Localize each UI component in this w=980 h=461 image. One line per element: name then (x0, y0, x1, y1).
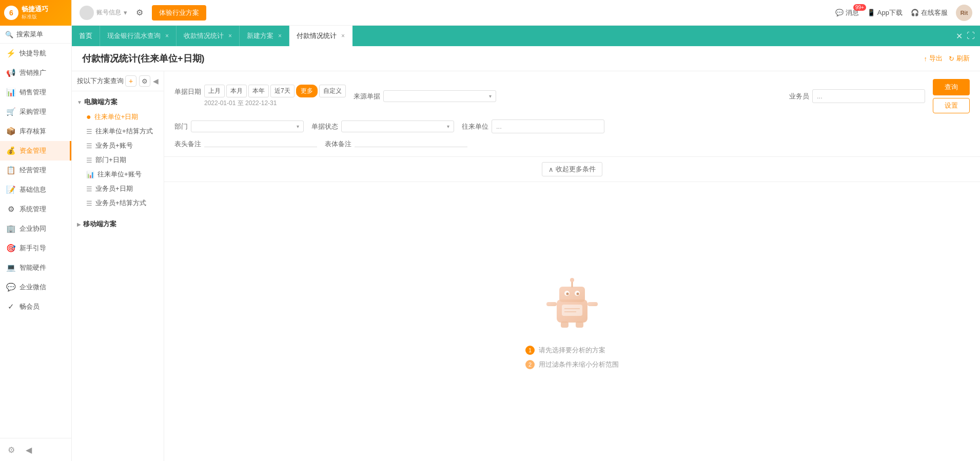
sidebar-item-operations[interactable]: 📋 经营管理 (0, 161, 71, 180)
dept-select[interactable]: ▾ (191, 121, 304, 132)
partner-input[interactable]: ... (492, 119, 604, 133)
date-btn-this-year[interactable]: 本年 (248, 85, 269, 97)
tab-new-scheme-close[interactable]: × (278, 32, 282, 39)
date-controls: 上月 本月 本年 近7天 更多 自定义 2022-01-01 至 2022-12… (204, 85, 346, 108)
source-field: 来源单据 ▾ (354, 90, 781, 102)
tip-2-num: 2 (525, 360, 535, 369)
tab-bank-flow-close[interactable]: × (165, 32, 169, 39)
hardware-icon: 💻 (6, 263, 15, 272)
body-note-input[interactable] (355, 142, 467, 147)
sidebar-item-system[interactable]: ⚙ 系统管理 (0, 199, 71, 219)
quick-nav-icon: ⚡ (6, 49, 15, 58)
tab-payment-stats-close[interactable]: × (341, 32, 345, 39)
tabs-close-btn[interactable]: ✕ (956, 31, 963, 41)
date-btn-last-7days[interactable]: 近7天 (270, 85, 295, 97)
trial-industry-btn[interactable]: 体验行业方案 (152, 5, 206, 21)
basic-icon: 📝 (6, 185, 15, 194)
scheme-item-partner-settle[interactable]: ☰ 往来单位+结算方式 (82, 124, 159, 138)
export-btn[interactable]: ↑ 导出 (924, 54, 943, 63)
tab-home[interactable]: 首页 (72, 26, 100, 46)
sidebar-item-quick-nav[interactable]: ⚡ 快捷导航 (0, 44, 71, 63)
scheme-items-desktop: ● 往来单位+日期 ☰ 往来单位+结算方式 ☰ 业务员+账号 ☰ (77, 110, 159, 210)
collapse-conditions-btn[interactable]: ∧ 收起更多条件 (542, 162, 602, 176)
dept-label: 部门 (174, 122, 188, 131)
topbar-settings-btn[interactable]: ⚙ (132, 6, 147, 20)
scheme-item-staff-settle[interactable]: ☰ 业务员+结算方式 (82, 196, 159, 210)
account-selector[interactable]: 账号信息 ▾ (80, 6, 127, 20)
date-field: 单据日期 上月 本月 本年 近7天 更多 自定义 20 (174, 85, 346, 108)
staff-input[interactable]: ... (812, 89, 925, 103)
sidebar-item-marketing[interactable]: 📢 营销推广 (0, 63, 71, 83)
date-btn-more[interactable]: 更多 (296, 85, 318, 97)
sidebar-item-enterprise[interactable]: 🏢 企业协同 (0, 219, 71, 238)
scheme-settings-btn[interactable]: ⚙ (139, 75, 150, 87)
query-btn[interactable]: 查询 (933, 79, 970, 95)
scheme-panel: 按以下方案查询 + ⚙ ◀ ▼ 电脑端方案 ● (72, 71, 164, 461)
online-service-btn[interactable]: 🎧 在线客服 (911, 8, 948, 17)
refresh-icon: ↻ (949, 55, 954, 63)
refresh-btn[interactable]: ↻ 刷新 (949, 54, 970, 63)
sidebar-header: 6 畅捷通巧 标准版 (0, 0, 71, 26)
sidebar-item-member[interactable]: ✓ 畅会员 (0, 297, 71, 316)
body-note-field: 表体备注 (325, 139, 467, 149)
source-select[interactable]: ▾ (383, 90, 496, 102)
date-btn-custom[interactable]: 自定义 (319, 85, 346, 97)
user-avatar[interactable]: Rit (956, 5, 972, 21)
sidebar-item-basic[interactable]: 📝 基础信息 (0, 180, 71, 199)
sidebar-item-inventory[interactable]: 📦 库存核算 (0, 122, 71, 141)
tabs-fullscreen-btn[interactable]: ⛶ (967, 31, 975, 41)
date-btn-last-month[interactable]: 上月 (204, 85, 225, 97)
doc-status-select[interactable]: ▾ (341, 121, 454, 132)
app-download-btn[interactable]: 📱 App下载 (867, 8, 903, 17)
scheme-item-staff-date[interactable]: ☰ 业务员+日期 (82, 182, 159, 196)
sidebar-item-beginner[interactable]: 🎯 新手引导 (0, 238, 71, 258)
scheme-collapse-btn[interactable]: ◀ (153, 77, 159, 85)
date-btn-this-month[interactable]: 本月 (226, 85, 247, 97)
filter-row-2: 部门 ▾ 单据状态 ▾ (174, 119, 970, 133)
scheme-category-mobile: ▶ 移动端方案 (72, 213, 164, 235)
message-icon: 💬 (835, 9, 844, 16)
wechat-icon: 💬 (6, 283, 15, 292)
sidebar-item-sales[interactable]: 📊 销售管理 (0, 83, 71, 102)
sidebar: 6 畅捷通巧 标准版 🔍 搜索菜单 ⚡ 快捷导航 📢 营销推广 📊 销售管理 🛒… (0, 0, 72, 461)
scheme-category-header-desktop[interactable]: ▼ 电脑端方案 (77, 94, 159, 110)
tabs-bar: 首页 现金银行流水查询 × 收款情况统计 × 新建方案 × 付款情况统计 × ✕… (72, 26, 980, 46)
tab-receipt-stats-close[interactable]: × (228, 32, 232, 39)
filter-settings-btn[interactable]: 设置 (933, 98, 970, 113)
tab-receipt-stats[interactable]: 收款情况统计 × (177, 26, 240, 46)
header-note-label: 表头备注 (174, 139, 201, 149)
filter-row-3: 表头备注 表体备注 (174, 139, 970, 149)
tab-bank-flow[interactable]: 现金银行流水查询 × (100, 26, 177, 46)
scheme-item-dept-date[interactable]: ☰ 部门+日期 (82, 153, 159, 167)
source-dropdown-icon: ▾ (489, 93, 492, 99)
doc-status-field: 单据状态 ▾ (311, 121, 454, 132)
scheme-item-staff-account[interactable]: ☰ 业务员+账号 (82, 138, 159, 153)
footer-settings-icon[interactable]: ⚙ (5, 444, 17, 456)
account-dropdown-icon[interactable]: ▾ (124, 9, 127, 16)
scheme-add-btn[interactable]: + (125, 75, 136, 87)
scheme-item-partner-account[interactable]: 📊 往来单位+账号 (82, 167, 159, 182)
sidebar-item-purchase[interactable]: 🛒 采购管理 (0, 102, 71, 122)
svg-point-7 (570, 278, 574, 282)
app-icon: 📱 (867, 9, 875, 16)
footer-collapse-icon[interactable]: ◀ (23, 444, 35, 456)
notification-btn[interactable]: 💬 消息 99+ (835, 8, 859, 17)
sidebar-item-finance[interactable]: 💰 资金管理 (0, 141, 71, 161)
header-note-input[interactable] (204, 142, 317, 147)
content-area: 单据日期 上月 本月 本年 近7天 更多 自定义 20 (164, 71, 980, 461)
scheme-category-header-mobile[interactable]: ▶ 移动端方案 (77, 216, 159, 232)
logo-text: 畅捷通巧 标准版 (22, 5, 48, 21)
search-menu[interactable]: 🔍 搜索菜单 (0, 26, 71, 44)
service-icon: 🎧 (911, 9, 919, 16)
sidebar-item-hardware[interactable]: 💻 智能硬件 (0, 258, 71, 277)
scheme-item-partner-date[interactable]: ● 往来单位+日期 (82, 110, 159, 124)
body-note-label: 表体备注 (325, 139, 351, 149)
sidebar-nav: ⚡ 快捷导航 📢 营销推广 📊 销售管理 🛒 采购管理 📦 库存核算 💰 资金管… (0, 44, 71, 438)
main-panel: 账号信息 ▾ ⚙ 体验行业方案 💬 消息 99+ 📱 App下载 🎧 在线客服 … (72, 0, 980, 461)
tab-payment-stats[interactable]: 付款情况统计 × (289, 26, 352, 46)
date-range-display: 2022-01-01 至 2022-12-31 (204, 99, 346, 108)
tab-new-scheme[interactable]: 新建方案 × (240, 26, 289, 46)
svg-rect-10 (561, 322, 569, 328)
empty-tip-1: 1 请先选择要分析的方案 (525, 346, 619, 355)
sidebar-item-wechat[interactable]: 💬 企业微信 (0, 277, 71, 297)
